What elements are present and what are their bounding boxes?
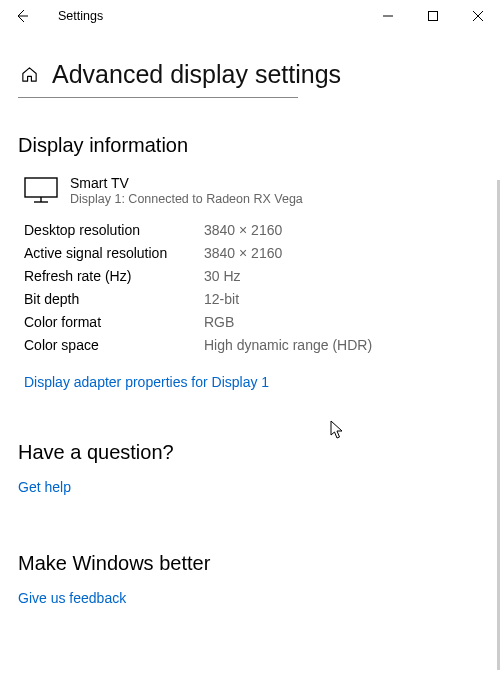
spec-label: Desktop resolution	[24, 222, 204, 238]
display-info-heading: Display information	[18, 134, 482, 157]
spec-value: 3840 × 2160	[204, 245, 282, 261]
spec-label: Active signal resolution	[24, 245, 204, 261]
close-button[interactable]	[455, 0, 500, 32]
maximize-icon	[428, 11, 438, 21]
spec-label: Refresh rate (Hz)	[24, 268, 204, 284]
maximize-button[interactable]	[410, 0, 455, 32]
spec-label: Color format	[24, 314, 204, 330]
spec-row: Refresh rate (Hz) 30 Hz	[24, 268, 482, 284]
spec-row: Desktop resolution 3840 × 2160	[24, 222, 482, 238]
spec-grid: Desktop resolution 3840 × 2160 Active si…	[24, 222, 482, 353]
spec-row: Color space High dynamic range (HDR)	[24, 337, 482, 353]
display-device-block: Smart TV Display 1: Connected to Radeon …	[24, 175, 482, 206]
titlebar: Settings	[0, 0, 500, 32]
spec-value: 30 Hz	[204, 268, 241, 284]
minimize-icon	[383, 11, 393, 21]
display-device-sub: Display 1: Connected to Radeon RX Vega	[70, 192, 303, 206]
window-controls	[365, 0, 500, 32]
spec-value: RGB	[204, 314, 234, 330]
question-section: Have a question? Get help	[18, 441, 482, 496]
svg-rect-1	[428, 12, 437, 21]
display-device-name: Smart TV	[70, 175, 303, 191]
svg-rect-4	[25, 178, 57, 197]
minimize-button[interactable]	[365, 0, 410, 32]
spec-value: 3840 × 2160	[204, 222, 282, 238]
page-title: Advanced display settings	[52, 60, 341, 89]
title-underline	[18, 97, 298, 98]
get-help-link[interactable]: Get help	[18, 479, 71, 495]
monitor-icon	[24, 177, 58, 203]
close-icon	[473, 11, 483, 21]
feedback-heading: Make Windows better	[18, 552, 482, 575]
spec-row: Color format RGB	[24, 314, 482, 330]
feedback-section: Make Windows better Give us feedback	[18, 552, 482, 607]
arrow-left-icon	[14, 8, 30, 24]
give-feedback-link[interactable]: Give us feedback	[18, 590, 126, 606]
window-title: Settings	[58, 9, 103, 23]
spec-label: Color space	[24, 337, 204, 353]
question-heading: Have a question?	[18, 441, 482, 464]
back-button[interactable]	[8, 0, 36, 32]
spec-row: Bit depth 12-bit	[24, 291, 482, 307]
spec-row: Active signal resolution 3840 × 2160	[24, 245, 482, 261]
page-header: Advanced display settings	[18, 60, 482, 89]
content-area: Advanced display settings Display inform…	[0, 32, 500, 607]
spec-value: 12-bit	[204, 291, 239, 307]
display-adapter-link[interactable]: Display adapter properties for Display 1	[24, 374, 269, 390]
home-button[interactable]	[18, 64, 40, 86]
display-device-text: Smart TV Display 1: Connected to Radeon …	[70, 175, 303, 206]
spec-label: Bit depth	[24, 291, 204, 307]
spec-value: High dynamic range (HDR)	[204, 337, 372, 353]
home-icon	[20, 65, 39, 84]
